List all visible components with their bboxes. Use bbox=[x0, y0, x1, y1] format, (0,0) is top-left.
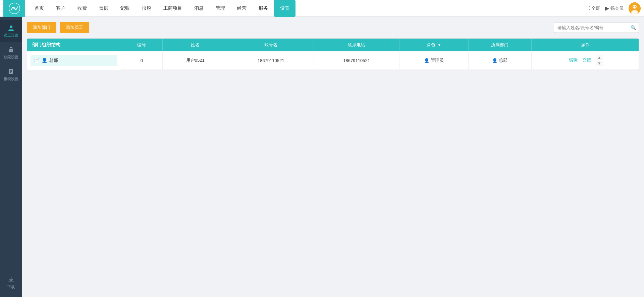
nav-item-message[interactable]: 消息 bbox=[188, 0, 210, 17]
scroll-up-arrow[interactable]: ▲ bbox=[596, 55, 603, 60]
dept-tree-body: 📄 👤 总部 bbox=[27, 51, 121, 69]
nav-menu: 首页 客户 收费 票据 记账 报税 工商项目 消息 管理 经营 服务 设置 bbox=[29, 0, 586, 17]
cell-name: 用户0521 bbox=[162, 51, 228, 70]
dept-root-name: 总部 bbox=[49, 57, 58, 63]
download-icon bbox=[7, 276, 15, 283]
nav-item-home[interactable]: 首页 bbox=[29, 0, 50, 17]
cell-phone: 18679110521 bbox=[314, 51, 399, 70]
avatar[interactable] bbox=[629, 2, 641, 14]
content-area: 添加部门 添加员工 🔍 部门组织结构 📄 👤 总部 bbox=[22, 17, 644, 297]
col-header-name: 姓名 bbox=[162, 39, 228, 51]
svg-point-7 bbox=[10, 26, 12, 28]
table-area: 编号 姓名 账号名 联系电话 角色 ▼ 所属部门 操作 bbox=[121, 39, 639, 70]
search-button[interactable]: 🔍 bbox=[628, 22, 639, 33]
sidebar-permission-label: 权限设置 bbox=[4, 55, 18, 60]
sidebar-employee-label: 员工设置 bbox=[4, 33, 18, 38]
fullscreen-button[interactable]: ⛶ 全屏 bbox=[586, 5, 600, 11]
col-header-account: 账号名 bbox=[228, 39, 314, 51]
cell-role: 👤 管理员 bbox=[399, 51, 468, 70]
nav-item-service[interactable]: 服务 bbox=[253, 0, 274, 17]
nav-item-operation[interactable]: 经营 bbox=[231, 0, 253, 17]
file-icon: 📄 bbox=[34, 58, 40, 63]
member-label: 畅会员 bbox=[610, 5, 624, 11]
search-input[interactable] bbox=[554, 25, 628, 30]
col-header-action: 操作 bbox=[532, 39, 639, 51]
nav-item-fee[interactable]: 收费 bbox=[71, 0, 93, 17]
member-button[interactable]: ▶ 畅会员 bbox=[605, 5, 624, 11]
cell-actions: 编辑 交接 ▲ ▼ bbox=[532, 51, 639, 70]
col-header-code: 编号 bbox=[121, 39, 162, 51]
dept-item-root[interactable]: 📄 👤 总部 bbox=[31, 55, 117, 66]
dept-tree-header: 部门组织结构 bbox=[27, 39, 121, 51]
logo bbox=[3, 0, 25, 17]
member-icon: ▶ bbox=[605, 5, 609, 11]
sidebar-tax-label: 报税设置 bbox=[4, 77, 18, 82]
svg-point-5 bbox=[633, 6, 634, 7]
edit-link[interactable]: 编辑 bbox=[567, 57, 579, 62]
dept-user-icon-cell: 👤 bbox=[492, 58, 497, 63]
cell-dept: 👤 总部 bbox=[468, 51, 531, 70]
dept-tree: 部门组织结构 📄 👤 总部 bbox=[27, 39, 121, 70]
sidebar: 员工设置 权限设置 报税设置 bbox=[0, 17, 22, 297]
scroll-down-arrow[interactable]: ▼ bbox=[596, 61, 603, 66]
employee-icon bbox=[7, 24, 15, 32]
svg-rect-8 bbox=[9, 29, 13, 30]
nav-item-settings[interactable]: 设置 bbox=[274, 0, 296, 17]
toolbar: 添加部门 添加员工 🔍 bbox=[27, 22, 639, 33]
svg-rect-9 bbox=[8, 30, 14, 31]
col-header-dept: 所属部门 bbox=[468, 39, 531, 51]
nav-item-accounting[interactable]: 记账 bbox=[114, 0, 136, 17]
main-layout: 员工设置 权限设置 报税设置 bbox=[0, 17, 644, 297]
tax-report-icon bbox=[7, 68, 15, 75]
search-icon: 🔍 bbox=[631, 25, 636, 30]
col-header-role: 角色 ▼ bbox=[399, 39, 468, 51]
permission-icon bbox=[7, 46, 15, 53]
main-panel: 部门组织结构 📄 👤 总部 编号 姓名 账号名 bbox=[27, 38, 639, 70]
dept-value: 总部 bbox=[499, 57, 507, 63]
cell-account: 18679110521 bbox=[228, 51, 314, 70]
add-employee-button[interactable]: 添加员工 bbox=[60, 22, 89, 33]
sidebar-item-employee[interactable]: 员工设置 bbox=[0, 20, 22, 42]
search-box: 🔍 bbox=[554, 22, 639, 33]
fullscreen-icon: ⛶ bbox=[586, 6, 590, 11]
sidebar-item-download[interactable]: 下载 bbox=[6, 272, 16, 294]
employee-table: 编号 姓名 账号名 联系电话 角色 ▼ 所属部门 操作 bbox=[121, 39, 639, 70]
sidebar-item-tax-report[interactable]: 报税设置 bbox=[0, 64, 22, 86]
logo-icon bbox=[8, 2, 20, 14]
nav-right: ⛶ 全屏 ▶ 畅会员 bbox=[586, 2, 641, 14]
top-nav: 首页 客户 收费 票据 记账 报税 工商项目 消息 管理 经营 服务 设置 ⛶ … bbox=[0, 0, 644, 17]
role-value: 管理员 bbox=[431, 57, 444, 63]
transfer-link[interactable]: 交接 bbox=[581, 57, 593, 62]
svg-point-11 bbox=[10, 50, 11, 51]
add-dept-button[interactable]: 添加部门 bbox=[27, 22, 56, 33]
cell-code: 0 bbox=[121, 51, 162, 70]
nav-item-invoice[interactable]: 票据 bbox=[93, 0, 114, 17]
dept-user-icon: 👤 bbox=[42, 58, 47, 63]
nav-item-client[interactable]: 客户 bbox=[50, 0, 71, 17]
avatar-image bbox=[629, 2, 641, 14]
role-filter-icon[interactable]: ▼ bbox=[438, 43, 441, 47]
fullscreen-label: 全屏 bbox=[591, 5, 600, 11]
nav-item-tax[interactable]: 报税 bbox=[136, 0, 157, 17]
svg-point-1 bbox=[13, 7, 15, 9]
col-role-label: 角色 bbox=[427, 42, 435, 47]
nav-item-business[interactable]: 工商项目 bbox=[157, 0, 188, 17]
sidebar-bottom: 下载 bbox=[6, 272, 16, 297]
nav-item-manage[interactable]: 管理 bbox=[210, 0, 231, 17]
svg-point-6 bbox=[635, 6, 636, 7]
sidebar-download-label: 下载 bbox=[7, 285, 15, 290]
role-user-icon: 👤 bbox=[424, 58, 429, 63]
table-row: 0 用户0521 18679110521 18679110521 👤 管理员 bbox=[121, 51, 639, 70]
col-header-phone: 联系电话 bbox=[314, 39, 399, 51]
sidebar-item-permission[interactable]: 权限设置 bbox=[0, 42, 22, 64]
